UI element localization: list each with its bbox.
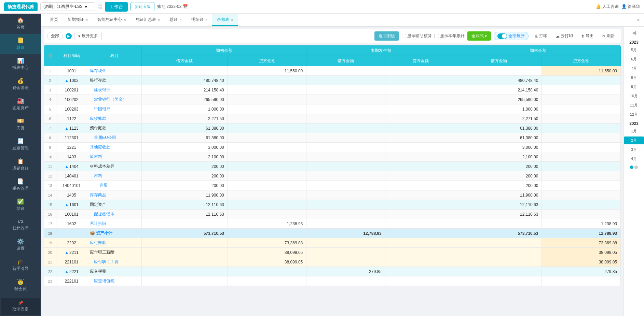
month-item-4[interactable]: 4月	[624, 155, 644, 163]
row-name[interactable]: 原材料	[87, 152, 142, 162]
format-button[interactable]: 全账式 ▾	[467, 31, 491, 41]
company-selector[interactable]: (勿删）江西股空-LSS ▼	[40, 2, 95, 11]
row-name[interactable]: 材料	[87, 171, 142, 181]
tab-general-ledger[interactable]: 总账 ×	[165, 14, 186, 26]
tab-detail-ledger-close[interactable]: ×	[205, 18, 207, 22]
subject-link[interactable]: 农业银行（美金）	[94, 97, 127, 102]
sidebar-item-fixed[interactable]: 🏭 固定资产	[0, 94, 41, 114]
row-name[interactable]: 银行存款	[87, 76, 142, 85]
subject-link[interactable]: 善属EU公司	[94, 135, 116, 140]
subject-link[interactable]: 中国银行	[94, 106, 110, 111]
subject-link[interactable]: 建设银行	[94, 87, 110, 92]
cancel-fixed-button[interactable]: 📌 取消固定	[1, 298, 40, 315]
gear-icon[interactable]: ⚙	[48, 53, 53, 59]
show-ytd-checkbox[interactable]: 显示本年累计	[435, 33, 465, 39]
right-panel-toggle[interactable]: ◀	[632, 29, 636, 36]
row-name[interactable]: 配提签记本	[87, 210, 142, 219]
expand-icon[interactable]: ▲	[65, 126, 69, 131]
row-name[interactable]: 应交增值税	[87, 276, 142, 286]
expand-icon[interactable]: ▲	[65, 78, 69, 83]
sidebar-item-member[interactable]: 👑 畅会员	[0, 275, 41, 295]
row-name[interactable]: 库存商品	[87, 190, 142, 200]
row-name[interactable]: 应付职工薪酬	[87, 248, 142, 257]
refresh-button[interactable]: ↻ 刷新	[599, 32, 617, 40]
row-name[interactable]: 中国银行	[87, 104, 142, 114]
return-old-version-button[interactable]: 返回旧版	[374, 31, 399, 41]
tab-smart-center[interactable]: 智能凭证中心 ×	[93, 14, 131, 26]
row-name[interactable]: 库存现金	[87, 66, 142, 76]
user-avatar[interactable]: 👤 徐泽华	[621, 4, 640, 10]
row-name[interactable]: 应付职工工资	[87, 257, 142, 267]
tab-general-ledger-close[interactable]: ×	[179, 18, 181, 22]
expand-all-toggle[interactable]: 全部展开	[494, 32, 529, 40]
export-button[interactable]: ⬆ 导出	[578, 32, 597, 40]
sidebar-item-home[interactable]: 🏠 首页	[0, 14, 41, 34]
sidebar-item-invoice[interactable]: 🧾 发票管理	[0, 134, 41, 155]
month-item-9[interactable]: 9月	[624, 83, 644, 91]
subject-link[interactable]: 库存商品	[90, 192, 106, 197]
filter-arrow-button[interactable]: ▶	[66, 33, 72, 39]
expand-icon[interactable]: ▲	[65, 250, 69, 255]
subject-link[interactable]: 其他应收款	[90, 145, 110, 149]
copy-icon[interactable]: ⧉	[98, 3, 102, 10]
consult-btn[interactable]: 🔔 人工咨询	[596, 4, 618, 10]
month-item-5[interactable]: 5月	[624, 46, 644, 54]
sidebar-item-checkout[interactable]: ✅ 结账	[0, 195, 41, 215]
subject-link[interactable]: 应付职工工资	[94, 259, 119, 264]
month-item-2[interactable]: 2月	[624, 137, 644, 144]
tab-new-voucher[interactable]: 新增凭证 ×	[63, 14, 93, 26]
month-item-3[interactable]: 3月	[624, 146, 644, 154]
subject-link[interactable]: 应交增值税	[94, 278, 114, 283]
tab-smart-center-close[interactable]: ×	[124, 18, 126, 22]
month-item-8[interactable]: 8月	[624, 74, 644, 82]
aux-checkbox-input[interactable]	[402, 34, 406, 38]
sidebar-item-report[interactable]: 📊 报表中心	[0, 54, 41, 74]
th-settings[interactable]: ⚙	[44, 46, 56, 66]
expand-icon[interactable]: ▲	[65, 269, 69, 274]
row-name[interactable]: 材料成本差异	[87, 162, 142, 171]
row-name[interactable]: 应付账款	[87, 238, 142, 248]
show-aux-checkbox[interactable]: 显示辅助核算	[402, 33, 432, 39]
subject-link[interactable]: 材料	[94, 173, 102, 178]
sidebar-item-guide[interactable]: 🎓 新手引导	[0, 255, 41, 275]
sidebar-item-archive[interactable]: 🗂 归档管理	[0, 215, 41, 235]
workbench-button[interactable]: 工作台	[105, 2, 128, 12]
subject-link[interactable]: 壹蛋	[99, 183, 108, 188]
subject-link[interactable]: 应付账款	[90, 240, 106, 245]
sidebar-item-settings[interactable]: ⚙️ 设置	[0, 235, 41, 255]
subject-link[interactable]: 应收账款	[90, 116, 106, 121]
tab-balance-sheet[interactable]: 余额表 ×	[212, 14, 238, 26]
sidebar-item-ledger[interactable]: 📒 总账	[0, 34, 41, 54]
row-name[interactable]: 累计折旧	[87, 219, 142, 229]
month-item-1[interactable]: 1月	[624, 127, 644, 135]
month-item-6[interactable]: 6月	[624, 55, 644, 63]
month-item-10[interactable]: 10月	[624, 92, 644, 100]
expand-more-button[interactable]: ▾ 展开更多	[74, 32, 102, 40]
tab-balance-sheet-close[interactable]: ×	[231, 18, 233, 22]
row-name[interactable]: 应交税费	[87, 267, 142, 276]
row-name[interactable]: 壹蛋	[87, 181, 142, 190]
sidebar-item-tax[interactable]: 📑 税务管理	[0, 175, 41, 195]
sidebar-item-assets[interactable]: 💰 资金管理	[0, 74, 41, 94]
sidebar-item-salary[interactable]: 💴 工资	[0, 114, 41, 134]
row-name[interactable]: 农业银行（美金）	[87, 95, 142, 104]
month-item-12[interactable]: 12月	[624, 111, 644, 118]
row-name[interactable]: 建设银行	[87, 85, 142, 95]
expand-icon[interactable]: ▲	[65, 164, 69, 169]
row-name[interactable]: 其他应收款	[87, 143, 142, 152]
tab-detail-ledger[interactable]: 明细账 ×	[187, 14, 212, 26]
tab-new-voucher-close[interactable]: ×	[86, 18, 88, 22]
subject-link[interactable]: 配提签记本	[94, 212, 114, 216]
table-scroll[interactable]: ⚙ 科目编码 科目 期初余额 本期发生额 期末余额 借方金额	[44, 45, 621, 313]
subject-link[interactable]: 库存现金	[90, 68, 106, 73]
row-name[interactable]: 固定资产	[87, 200, 142, 210]
row-name[interactable]: 📦 资产小计	[87, 229, 142, 238]
subject-link[interactable]: 原材料	[90, 154, 102, 159]
month-item-11[interactable]: 11月	[624, 101, 644, 109]
row-name[interactable]: 预付账款	[87, 124, 142, 133]
tab-voucher-summary[interactable]: 凭证汇总表 ×	[131, 14, 165, 26]
tab-voucher-summary-close[interactable]: ×	[158, 18, 160, 22]
ytd-checkbox-input[interactable]	[435, 34, 439, 38]
print-button[interactable]: 🖨 打印	[531, 32, 550, 40]
switch-version-button[interactable]: 切到旧版	[131, 2, 154, 11]
